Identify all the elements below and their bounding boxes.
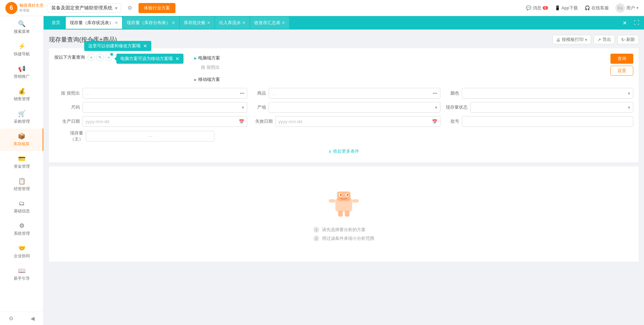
sidebar-item-operations[interactable]: 📋 经营管理 [0,173,43,196]
edit-scheme-button[interactable]: ✎ [96,54,104,61]
svg-rect-9 [345,211,350,217]
sidebar-label: 系统管理 [14,231,30,236]
tab-inventory-batch[interactable]: 库存批次账 ✕ [180,17,214,29]
search-panel: 按以下方案查询 这里可以创建和修改方案哦 ✕ [49,48,639,162]
trial-button[interactable]: 体验行业方案 [139,3,175,13]
tab-maximize-button[interactable]: ⛶ [632,18,641,28]
mobile-scheme-item[interactable]: ▶ 移动端方案 [194,75,220,84]
sidebar-label: 采购管理 [14,119,30,124]
sidebar-item-sales[interactable]: 💰 销售管理 [0,84,43,106]
tooltip1-bubble-container: 电脑方案可设为移动方案哦 ✕ [116,54,183,64]
expire-date-placeholder: yyyy-mm-dd [278,119,302,124]
form-item-warehouse: 按 按照出 ... ••• [60,88,247,99]
add-scheme-button[interactable]: + [88,54,95,61]
tab-summary[interactable]: 收发存汇总表 ✕ [250,17,289,29]
empty-tip-1: 1 请先选择要分析的方案 [313,227,374,233]
tab-close-icon[interactable]: ✕ [172,20,175,25]
tip-num-2: 2 [313,235,319,241]
tab-close-icon[interactable]: ✕ [207,20,210,25]
app-download-button[interactable]: 📱 App下载 [555,5,578,11]
warehouse-select[interactable]: ... ••• [83,88,247,99]
handshake-icon: 🤝 [18,245,25,252]
logo-area: 6 畅捷通好生意 标准版 [5,2,44,14]
sidebar-item-inventory[interactable]: 📦 库存核算 [0,128,43,151]
form-item-size: 尺码 ▾ [60,102,247,113]
expire-date-input[interactable]: yyyy-mm-dd 📅 [275,116,440,127]
search-button[interactable]: 查询 [610,54,633,64]
money-icon: 💰 [18,88,25,95]
empty-tips: 1 请先选择要分析的方案 2 用过滤条件来缩小分析范围 [313,227,374,241]
batch-input[interactable] [462,116,633,127]
refresh-button[interactable]: ↻ 刷新 [618,35,639,44]
calendar-icon: 📅 [432,119,437,124]
chevron-down-icon: ▾ [628,91,630,96]
sidebar-label: 销售管理 [14,96,30,102]
warehouse-label: 按 按照出 [60,90,80,96]
color-label: 颜色 [446,90,459,96]
goods-select[interactable]: ... ••• [269,88,440,99]
sidebar-item-basic-info[interactable]: 🗂 基础信息 [0,196,43,218]
online-support-button[interactable]: 🎧 在线客服 [585,5,609,11]
tab-close-icon[interactable]: ✕ [282,20,285,25]
sidebar-item-purchase[interactable]: 🛒 采购管理 [0,106,43,128]
message-icon: 💬 [526,5,531,10]
form-item-color: 颜色 ▾ [446,88,633,99]
scheme-arrow-area: « [105,54,112,61]
tab-close-icon[interactable]: ✕ [115,20,118,25]
sidebar-label: 资金管理 [14,164,30,169]
produce-date-input[interactable]: yyyy-mm-dd 📅 [83,116,247,127]
sidebar-label: 快捷导航 [14,51,30,57]
sidebar-item-search-menu[interactable]: 🔍 搜索菜单 [0,16,43,39]
stock-status-select[interactable]: ▾ [470,102,633,113]
form-area: 按 按照出 ... ••• 商品 ... ••• [54,88,633,142]
print-button[interactable]: 🖨 按模板打印 ▾ [552,35,591,44]
sidebar-item-guide[interactable]: 📖 新手引导 [0,263,43,285]
sidebar-item-quick-nav[interactable]: ⚡ 快捷导航 [0,39,43,61]
sidebar-item-marketing[interactable]: 📢 营销推广 [0,61,43,84]
tooltip1-close-button[interactable]: ✕ [175,56,179,61]
export-button[interactable]: ↗ 导出 [594,35,615,44]
tab-inventory-status[interactable]: 现存量（库存状况表） ✕ [66,17,122,29]
sidebar-settings-button[interactable]: ⚙ [9,315,13,322]
svg-rect-7 [352,199,359,203]
sidebar-item-finance[interactable]: 💳 资金管理 [0,151,43,173]
content-area: 首页 现存量（库存状况表） ✕ 现存量（库存分布表） ✕ 库存批次账 ✕ 出入库… [44,16,644,325]
gear-button[interactable]: ⚙ [125,3,135,13]
folder-icon: 🗂 [19,200,25,207]
pc-scheme-item[interactable]: ▶ 电脑端方案 [194,54,220,62]
tab-home[interactable]: 首页 [46,17,66,29]
sidebar-item-enterprise[interactable]: 🤝 企业协同 [0,240,43,263]
tip-num-1: 1 [313,227,319,233]
robot-svg [327,186,361,220]
message-button[interactable]: 💬 消息 6 [526,5,548,11]
chevron-down-icon: ▾ [628,105,630,110]
reset-button[interactable]: 设置 [610,66,633,76]
pc-scheme-sub: 按 按照出 [194,63,220,72]
more-conditions-button[interactable]: ∧ 收起更多条件 [54,146,633,157]
calendar-icon: 📅 [239,119,244,124]
tab-inout-flow[interactable]: 出入库流水 ✕ [215,17,250,29]
color-select[interactable]: ▾ [462,88,633,99]
sidebar-item-system[interactable]: ⚙ 系统管理 [0,218,43,240]
sidebar-collapse-button[interactable]: ◀ [31,315,35,322]
tooltip2-close-button[interactable]: ✕ [143,43,147,49]
sidebar-label: 搜索菜单 [14,29,30,35]
origin-select[interactable]: ▾ [269,102,440,113]
system-title[interactable]: 装备及固定资产辅助管理系统 ▾ [48,3,121,13]
chevron-down-icon: ▾ [636,5,639,10]
size-select[interactable]: ▾ [83,102,247,113]
tab-close-icon[interactable]: ✕ [242,20,246,25]
user-area[interactable]: Ea 用户 ▾ [615,3,639,13]
tab-close-all-button[interactable]: ✕ [620,18,629,28]
stock-main-min-input[interactable] [89,134,145,139]
tab-inventory-dist[interactable]: 现存量（库存分布表） ✕ [123,17,179,29]
stock-main-max-input[interactable] [155,134,211,139]
gear-icon: ⚙ [19,222,24,229]
tab-actions: ✕ ⛶ [620,18,641,28]
empty-illustration: 1 请先选择要分析的方案 2 用过滤条件来缩小分析范围 [49,186,639,241]
headset-icon: 🎧 [585,5,590,10]
scheme-buttons-area: 这里可以创建和修改方案哦 ✕ + ✎ « [88,54,112,61]
form-item-produce-date: 生产日期 yyyy-mm-dd 📅 [60,116,247,127]
card-icon: 💳 [18,155,25,162]
chevron-down-icon: ▾ [585,37,587,42]
